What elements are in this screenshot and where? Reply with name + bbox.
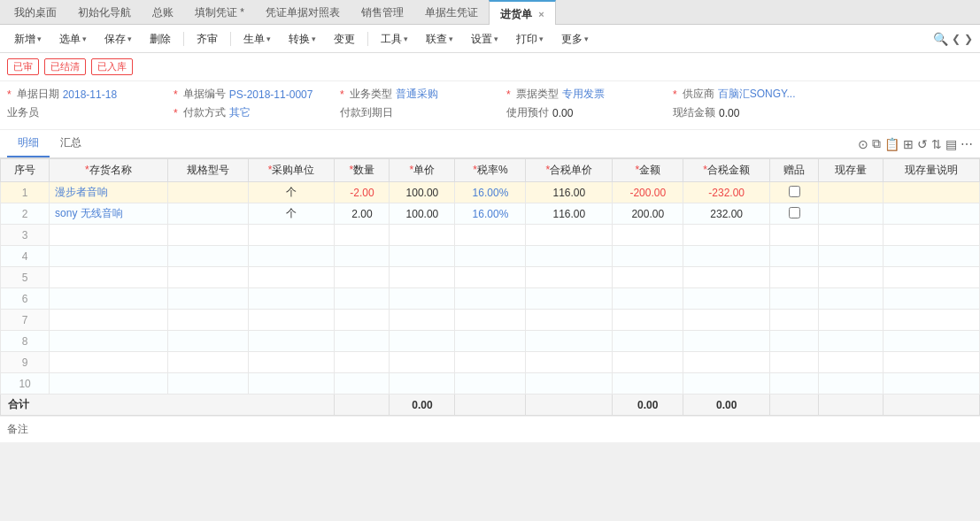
btn-change[interactable]: 变更 [327,28,362,50]
biz-type-value[interactable]: 普通采购 [396,87,438,102]
cell-stock-note [884,203,980,225]
badge-stocked[interactable]: 已入库 [91,58,133,75]
field-payment: * 付款方式 其它 [174,105,333,120]
cell-num-empty: 9 [1,352,50,373]
btn-delete[interactable]: 删除 [143,28,178,50]
col-qty: *数量 [335,159,390,182]
table-row-empty: 9 [1,352,980,373]
form-row-2: 业务员 * 付款方式 其它 付款到期日 使用预付 0.00 现结金额 0.00 [7,105,973,120]
clone-icon[interactable]: ⊞ [903,137,914,151]
date-value[interactable]: 2018-11-18 [63,88,117,101]
cell-amount: 200.00 [613,203,683,225]
paste-icon[interactable]: 📋 [884,137,899,151]
toolbar-right: 🔍 ❮ ❯ [933,32,973,46]
field-date: * 单据日期 2018-11-18 [7,87,166,102]
status-bar: 已审 已结清 已入库 [0,53,980,81]
btn-select[interactable]: 选单 ▾ [52,28,94,50]
cell-tax-amount: 232.00 [683,203,770,225]
btn-query[interactable]: 联查 ▾ [419,28,460,50]
doc-no-value[interactable]: PS-2018-11-0007 [229,88,313,101]
tab-fill-voucher[interactable]: 填制凭证 * [184,0,255,25]
table-row-empty: 7 [1,310,980,331]
cell-stock [819,182,884,203]
tab-ledger[interactable]: 总账 [142,0,184,25]
tab-my-desk[interactable]: 我的桌面 [4,0,67,25]
search-icon[interactable]: 🔍 [933,32,948,46]
cell-num-empty: 4 [1,246,50,267]
tab-sales[interactable]: 销售管理 [351,0,414,25]
col-price: *单价 [390,159,455,182]
total-tax-rate [455,395,526,416]
next-icon[interactable]: ❯ [964,33,973,45]
badge-reviewed[interactable]: 已审 [7,58,39,75]
total-gift [770,395,819,416]
cell-num-empty: 6 [1,288,50,310]
btn-generate-chevron: ▾ [266,30,271,48]
btn-generate[interactable]: 生单 ▾ [236,28,278,50]
form-section: * 单据日期 2018-11-18 * 单据编号 PS-2018-11-0007… [0,81,980,130]
detail-tabs-bar: 明细 汇总 ⊙ ⧉ 📋 ⊞ ↺ ⇅ ▤ ⋯ [0,130,980,158]
tab-detail[interactable]: 明细 [7,130,50,157]
supplier-value[interactable]: 百脑汇SONGY... [718,87,796,102]
form-row-1: * 单据日期 2018-11-18 * 单据编号 PS-2018-11-0007… [7,87,973,102]
copy-icon[interactable]: ⧉ [872,136,881,151]
prev-icon[interactable]: ❮ [952,33,961,45]
filter-icon[interactable]: ▤ [945,137,957,151]
col-tax-unit-price: *合税单价 [526,159,613,182]
btn-print-chevron: ▾ [539,30,544,48]
payment-value[interactable]: 其它 [229,105,251,120]
toolbar: 新增 ▾ 选单 ▾ 保存 ▾ 删除 齐审 生单 ▾ 转换 ▾ 变更 工具 ▾ 联… [0,25,980,53]
btn-query-chevron: ▾ [449,30,453,48]
date-required-star: * [7,88,12,101]
bill-type-value[interactable]: 专用发票 [562,87,605,102]
cell-gift[interactable] [770,203,819,225]
sort-icon[interactable]: ⇅ [931,137,942,151]
btn-settings[interactable]: 设置 ▾ [464,28,505,50]
cell-num: 2 [1,203,50,225]
cell-gift[interactable] [770,182,819,203]
btn-more-chevron: ▾ [584,30,589,48]
cell-tax-amount: -232.00 [683,182,770,203]
btn-save[interactable]: 保存 ▾ [97,28,139,50]
cell-num-empty: 7 [1,310,50,331]
btn-more[interactable]: 更多 ▾ [554,28,596,50]
tab-doc-voucher[interactable]: 单据生凭证 [414,0,489,25]
col-unit: *采购单位 [248,159,335,182]
col-spec: 规格型号 [167,159,248,182]
tab-summary[interactable]: 汇总 [50,130,92,157]
tab-init-nav[interactable]: 初始化导航 [67,0,142,25]
btn-new-chevron: ▾ [37,30,42,48]
col-tax-amount: *合税金额 [683,159,770,182]
col-stock-note: 现存量说明 [884,159,980,182]
tab-close-icon[interactable]: × [538,9,544,19]
col-name: *存货名称 [50,159,168,182]
btn-tools-chevron: ▾ [404,30,408,48]
col-amount: *金额 [613,159,683,182]
field-biz-type: * 业务类型 普通采购 [340,87,499,102]
tab-voucher-compare[interactable]: 凭证单据对照表 [255,0,351,25]
btn-convert[interactable]: 转换 ▾ [282,28,323,50]
btn-tools[interactable]: 工具 ▾ [374,28,415,50]
sep1 [183,32,184,46]
more2-icon[interactable]: ⋯ [961,137,973,151]
cell-name[interactable]: sony 无线音响 [50,203,168,225]
total-label: 合计 [1,395,335,416]
cell-name[interactable]: 漫步者音响 [50,182,168,203]
total-tax-amount: 0.00 [683,395,770,416]
btn-print[interactable]: 打印 ▾ [509,28,551,50]
table-row-empty: 3 [1,225,980,246]
undo-icon[interactable]: ↺ [917,137,928,151]
location-icon[interactable]: ⊙ [858,137,868,151]
tab-purchase[interactable]: 进货单 × [489,0,556,25]
badge-settled[interactable]: 已结清 [44,58,86,75]
sep3 [367,32,368,46]
cell-tax-unit: 116.00 [526,203,613,225]
payment-required-star: * [174,107,178,119]
cell-stock-note [884,182,980,203]
table-row-empty: 8 [1,331,980,352]
remarks-label: 备注 [7,423,28,435]
btn-new[interactable]: 新增 ▾ [7,28,49,50]
btn-review[interactable]: 齐审 [189,28,225,50]
cell-num-empty: 10 [1,373,50,395]
total-note [884,395,980,416]
